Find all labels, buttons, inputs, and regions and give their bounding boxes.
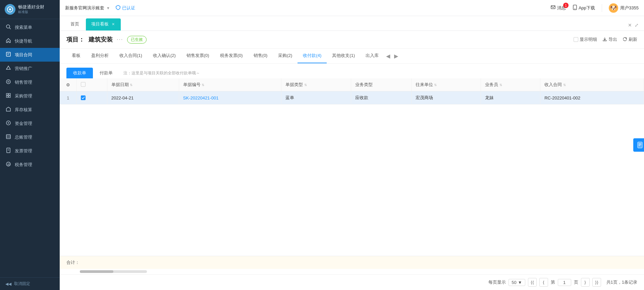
svg-point-8 xyxy=(6,80,10,84)
refresh-button[interactable]: 刷新 xyxy=(623,37,637,43)
table-header-date[interactable]: 单据日期 ⇅ xyxy=(107,78,179,91)
settings-icon[interactable]: ⚙ xyxy=(66,82,70,87)
subtab-purchase[interactable]: 采购(2) xyxy=(273,49,298,63)
project-header: 项目： 建筑安装 ··· 已生效 显示明细 导出 xyxy=(60,31,644,49)
app-logo-icon xyxy=(5,4,15,15)
subtab-payment[interactable]: 收付款(4) xyxy=(298,49,327,63)
cancel-pin-button[interactable]: ◀◀ 取消固定 xyxy=(0,277,60,290)
table-checkbox-col[interactable] xyxy=(76,78,107,91)
subtab-income-confirm[interactable]: 收入确认(2) xyxy=(148,49,181,63)
subtab-kanban[interactable]: 看板 xyxy=(66,49,86,63)
row-checkbox-input[interactable] xyxy=(81,95,86,100)
prev-page-button[interactable]: ⟨ xyxy=(539,278,548,287)
subtab-profit[interactable]: 盈利分析 xyxy=(86,49,114,63)
table-row[interactable]: 1 2022-04-21 SK-20220421-001 蓝单 应收款 xyxy=(60,91,644,104)
feedback-button[interactable] xyxy=(633,138,644,152)
inner-tabs: 收款单 付款单 注：这里是与项目关联的全部收付款单哦～ xyxy=(60,64,644,78)
svg-rect-11 xyxy=(9,93,10,95)
table-header-number[interactable]: 单据编号 ⇅ xyxy=(179,78,281,91)
user-menu[interactable]: 🐶 用户3355 xyxy=(609,3,639,13)
sidebar-item-marketing[interactable]: 营销推广 xyxy=(0,62,60,75)
export-button[interactable]: 导出 xyxy=(602,37,617,43)
table-settings-col[interactable]: ⚙ xyxy=(60,78,76,91)
select-all-checkbox[interactable] xyxy=(81,82,86,87)
detail-checkbox-input[interactable] xyxy=(574,37,578,42)
row-type-cell: 蓝单 xyxy=(281,91,351,104)
row-checkbox-cell[interactable] xyxy=(76,91,107,104)
project-more-button[interactable]: ··· xyxy=(117,37,123,43)
page-label: 第 xyxy=(551,279,555,285)
project-name-label: 新服务官网演示账套 xyxy=(65,5,104,11)
message-button[interactable]: 消息 1 xyxy=(550,5,566,11)
page-number-input[interactable]: 1 xyxy=(558,279,571,286)
message-icon xyxy=(550,5,556,11)
svg-rect-4 xyxy=(6,52,10,56)
table-header-type[interactable]: 单据类型 ⇅ xyxy=(281,78,351,91)
sidebar-item-sales-mgmt[interactable]: 销售管理 xyxy=(0,75,60,89)
window-controls: ✕ ⤢ xyxy=(628,22,639,30)
topbar: 新服务官网演示账套 ▼ 已认证 消息 1 App下载 xyxy=(60,0,644,16)
search-icon xyxy=(5,24,11,30)
tab-project-board[interactable]: 项目看板 ✕ xyxy=(86,18,121,30)
first-page-button[interactable]: ⟨⟨ xyxy=(528,278,537,287)
close-window-button[interactable]: ✕ xyxy=(628,22,632,28)
subtabs: 看板 盈利分析 收入合同(1) 收入确认(2) 销售发票(0) 税务发票(0) … xyxy=(60,49,644,64)
subtab-income-contract[interactable]: 收入合同(1) xyxy=(114,49,148,63)
last-page-button[interactable]: ⟩⟩ xyxy=(592,278,601,287)
subtab-sales-invoice[interactable]: 销售发票(0) xyxy=(181,49,215,63)
table-wrapper: ⚙ 单据日期 ⇅ 单据编号 ⇅ xyxy=(60,78,644,256)
subtab-inout[interactable]: 出入库 xyxy=(360,49,384,63)
table-footer: 合计： xyxy=(60,256,644,269)
divider xyxy=(602,4,602,12)
maximize-window-button[interactable]: ⤢ xyxy=(635,22,639,28)
sidebar-item-project-contract[interactable]: 项目合同 xyxy=(0,48,60,62)
svg-rect-12 xyxy=(6,96,8,97)
main-area: 新服务官网演示账套 ▼ 已认证 消息 1 App下载 xyxy=(60,0,644,290)
sidebar-item-invoice[interactable]: 发票管理 xyxy=(0,144,60,158)
subtab-tax-invoice[interactable]: 税务发票(0) xyxy=(215,49,248,63)
inner-tab-payment[interactable]: 付款单 xyxy=(93,68,119,78)
tab-close-icon[interactable]: ✕ xyxy=(111,22,115,26)
subtab-next-arrow[interactable]: ▶ xyxy=(392,50,400,62)
sidebar-item-purchase-mgmt[interactable]: 采购管理 xyxy=(0,89,60,103)
subtab-other-expense[interactable]: 其他收支(1) xyxy=(327,49,360,63)
doc-number-link[interactable]: SK-20220421-001 xyxy=(183,95,219,100)
app-download-button[interactable]: App下载 xyxy=(573,5,595,11)
page-info-label: 共1页，1条记录 xyxy=(606,279,637,285)
tab-home[interactable]: 首页 xyxy=(65,18,85,30)
inner-tab-receipt[interactable]: 收款单 xyxy=(66,68,93,78)
row-number-cell[interactable]: SK-20220421-001 xyxy=(179,91,281,104)
row-settings-cell: 1 xyxy=(60,91,76,104)
table-header-income-contract[interactable]: 收入合同 ⇅ xyxy=(540,78,644,91)
pin-icon: ◀◀ xyxy=(5,282,11,286)
sort-type-icon: ⇅ xyxy=(304,83,307,87)
sort-income-contract-icon: ⇅ xyxy=(563,83,566,87)
mobile-icon xyxy=(573,5,577,11)
sidebar-item-finance[interactable]: 资金管理 xyxy=(0,117,60,130)
svg-point-1 xyxy=(9,8,11,10)
sidebar-item-ledger[interactable]: 总账管理 xyxy=(0,130,60,144)
scrollbar-thumb[interactable] xyxy=(80,270,113,273)
show-detail-checkbox[interactable]: 显示明细 xyxy=(574,37,597,43)
sidebar-item-inventory[interactable]: 库存核算 xyxy=(0,103,60,117)
row-salesperson-cell: 龙妹 xyxy=(481,91,540,104)
sidebar-item-quick-nav[interactable]: 快捷导航 xyxy=(0,34,60,48)
subtab-prev-arrow[interactable]: ◀ xyxy=(384,50,392,62)
marketing-icon xyxy=(5,65,11,72)
svg-rect-27 xyxy=(638,142,642,148)
next-page-button[interactable]: ⟩ xyxy=(581,278,590,287)
total-label: 合计： xyxy=(66,260,79,266)
horizontal-scrollbar[interactable] xyxy=(80,270,147,273)
subtab-sales[interactable]: 销售(0) xyxy=(248,49,273,63)
page-size-selector[interactable]: 50 ▼ xyxy=(508,279,525,286)
table-header-salesperson[interactable]: 业务员 ⇅ xyxy=(481,78,540,91)
project-selector[interactable]: 新服务官网演示账套 ▼ xyxy=(65,5,110,11)
svg-point-9 xyxy=(8,81,9,82)
svg-rect-10 xyxy=(6,93,8,95)
ledger-icon xyxy=(5,134,11,140)
table-header-partner[interactable]: 往来单位 ⇅ xyxy=(411,78,481,91)
sidebar-item-tax[interactable]: 税 税务管理 xyxy=(0,158,60,171)
project-dropdown-icon: ▼ xyxy=(106,6,110,10)
svg-rect-13 xyxy=(9,96,10,97)
sidebar-item-search[interactable]: 搜索菜单 xyxy=(0,20,60,34)
